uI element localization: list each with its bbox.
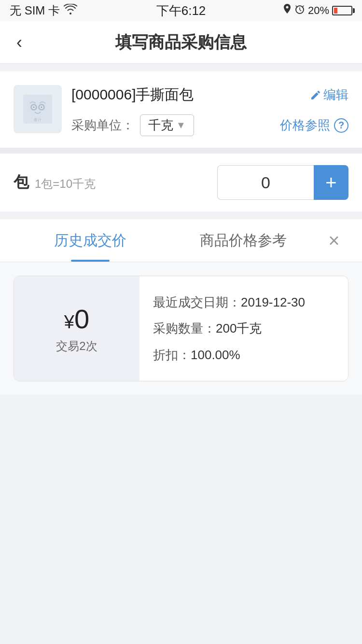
unit-label: 采购单位： bbox=[71, 117, 134, 134]
edit-button[interactable]: 编辑 bbox=[310, 86, 348, 103]
tab-history-price[interactable]: 历史成交价 bbox=[14, 219, 167, 262]
bottom-sheet: 历史成交价 商品价格参考 × ¥0 交易2次 最近成交日期：2019-12-30 bbox=[0, 219, 362, 395]
quantity-value: 0 bbox=[261, 173, 270, 192]
unit-value: 千克 bbox=[148, 117, 173, 134]
tab-reference-label: 商品价格参考 bbox=[200, 231, 287, 251]
svg-point-0 bbox=[286, 6, 288, 9]
bag-equiv: 1包=10千克 bbox=[35, 176, 96, 192]
help-icon: ? bbox=[334, 118, 348, 133]
status-right: 20% bbox=[283, 4, 352, 17]
svg-point-7 bbox=[33, 106, 35, 108]
unit-row: 采购单位： 千克 ▼ 价格参照 ? bbox=[71, 114, 348, 136]
section-divider bbox=[0, 148, 362, 154]
product-row: 餐计 [0000006]手撕面包 编辑 采购单位： 千克 ▼ bbox=[14, 85, 348, 136]
product-name-row: [0000006]手撕面包 编辑 bbox=[71, 85, 348, 105]
transaction-count: 交易2次 bbox=[56, 338, 97, 354]
product-image: 餐计 bbox=[14, 85, 62, 133]
svg-text:餐计: 餐计 bbox=[34, 118, 42, 122]
discount-value: 100.00% bbox=[191, 348, 240, 362]
quantity-detail-value: 200千克 bbox=[216, 321, 262, 336]
nav-bar: ‹ 填写商品采购信息 bbox=[0, 21, 362, 64]
price-ref-label: 价格参照 bbox=[280, 117, 330, 134]
recent-date-label: 最近成交日期： bbox=[153, 295, 241, 309]
unit-select[interactable]: 千克 ▼ bbox=[140, 114, 194, 136]
bag-label: 包 bbox=[14, 172, 29, 193]
status-time: 下午6:12 bbox=[156, 2, 206, 19]
transaction-right: 最近成交日期：2019-12-30 采购数量：200千克 折扣：100.00% bbox=[139, 276, 348, 381]
quantity-section: 包 1包=10千克 0 + bbox=[0, 154, 362, 211]
quantity-input-group: 0 + bbox=[217, 165, 348, 200]
price-value: 0 bbox=[74, 304, 89, 334]
discount-label: 折扣： bbox=[153, 348, 191, 362]
quantity-plus-button[interactable]: + bbox=[314, 165, 348, 200]
quantity-row: 采购数量：200千克 bbox=[153, 320, 334, 337]
quantity-label: 包 1包=10千克 bbox=[14, 172, 96, 193]
page-title: 填写商品采购信息 bbox=[115, 31, 247, 54]
status-left: 无 SIM 卡 bbox=[10, 3, 77, 18]
tab-active-underline bbox=[71, 260, 110, 262]
tabs-row: 历史成交价 商品价格参考 × bbox=[0, 219, 362, 262]
dropdown-chevron-icon: ▼ bbox=[176, 120, 186, 131]
battery-fill bbox=[334, 8, 337, 14]
tab-product-reference[interactable]: 商品价格参考 bbox=[167, 219, 320, 262]
product-info: [0000006]手撕面包 编辑 采购单位： 千克 ▼ 价格 bbox=[71, 85, 348, 136]
recent-date-value: 2019-12-30 bbox=[241, 295, 305, 309]
svg-point-8 bbox=[41, 106, 42, 108]
transaction-left: ¥0 交易2次 bbox=[14, 276, 139, 381]
carrier-text: 无 SIM 卡 bbox=[10, 3, 60, 18]
product-full-name: [0000006]手撕面包 bbox=[71, 85, 194, 105]
back-button[interactable]: ‹ bbox=[12, 28, 27, 57]
quantity-detail-label: 采购数量： bbox=[153, 321, 216, 336]
edit-icon bbox=[310, 89, 321, 101]
tab-history-label: 历史成交价 bbox=[54, 231, 126, 251]
price-reference-button[interactable]: 价格参照 ? bbox=[280, 117, 348, 134]
wifi-icon bbox=[64, 4, 77, 17]
status-bar: 无 SIM 卡 下午6:12 20% bbox=[0, 0, 362, 21]
transaction-card: ¥0 交易2次 最近成交日期：2019-12-30 采购数量：200千克 折扣：… bbox=[14, 276, 348, 381]
close-button[interactable]: × bbox=[320, 226, 348, 255]
content-area: ¥0 交易2次 最近成交日期：2019-12-30 采购数量：200千克 折扣：… bbox=[0, 262, 362, 395]
battery-icon bbox=[332, 6, 352, 15]
recent-date-row: 最近成交日期：2019-12-30 bbox=[153, 294, 334, 311]
discount-row: 折扣：100.00% bbox=[153, 346, 334, 364]
battery-percent: 20% bbox=[308, 4, 329, 17]
edit-label: 编辑 bbox=[323, 86, 348, 103]
transaction-price: ¥0 bbox=[64, 303, 89, 335]
quantity-field[interactable]: 0 bbox=[217, 165, 314, 200]
alarm-icon bbox=[294, 4, 305, 17]
product-card: 餐计 [0000006]手撕面包 编辑 采购单位： 千克 ▼ bbox=[0, 71, 362, 148]
yen-symbol: ¥ bbox=[64, 312, 74, 332]
location-icon bbox=[283, 4, 292, 17]
